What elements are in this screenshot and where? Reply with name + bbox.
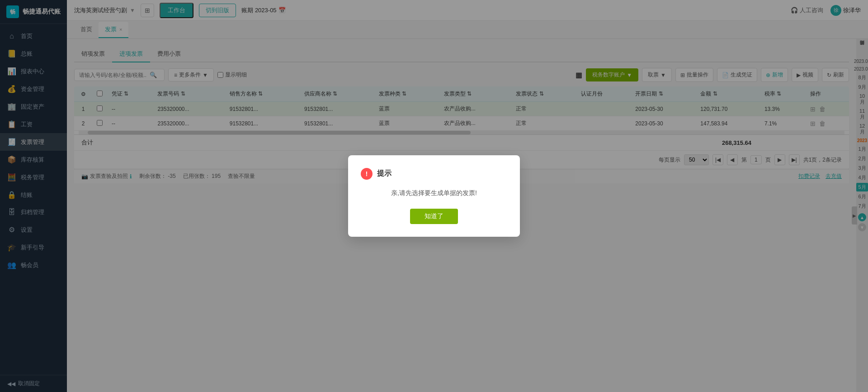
dialog-footer: 知道了: [361, 209, 507, 224]
dialog: ! 提示 亲,请先选择要生成单据的发票! 知道了: [348, 155, 520, 237]
dialog-overlay[interactable]: ! 提示 亲,请先选择要生成单据的发票! 知道了: [0, 0, 868, 392]
dialog-title: 提示: [377, 169, 392, 178]
dialog-header: ! 提示: [361, 168, 507, 180]
dialog-ok-button[interactable]: 知道了: [410, 209, 458, 224]
dialog-message: 亲,请先选择要生成单据的发票!: [361, 188, 507, 198]
dialog-warning-icon: !: [361, 168, 373, 180]
